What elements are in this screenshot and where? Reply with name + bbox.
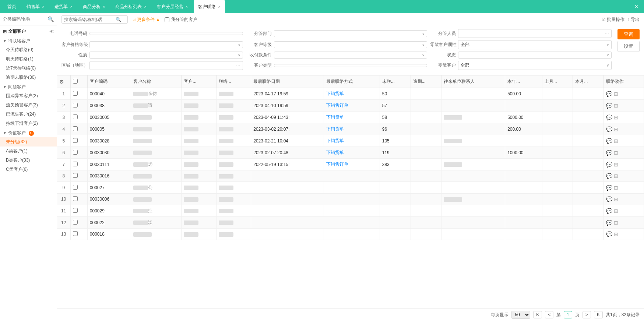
all-customers-label[interactable]: ⊞ 全部客户 ≪ <box>0 25 57 36</box>
grid-action-icon[interactable]: ⊞ <box>614 231 618 237</box>
sidebar-item-class-c[interactable]: C类客户(6) <box>0 165 57 174</box>
tab-analysis-list-close[interactable]: × <box>144 4 146 9</box>
tab-purchase[interactable]: 进货单 × <box>50 0 77 13</box>
retail-attr-input[interactable]: 全部 ∨ <box>458 40 612 49</box>
query-button[interactable]: 查询 <box>617 29 640 39</box>
nature-input[interactable]: ∨ <box>89 52 243 59</box>
grid-action-icon[interactable]: ⊞ <box>614 162 618 167</box>
sidebar-item-declining[interactable]: 持续下滑客户(2) <box>0 119 57 128</box>
sidebar-item-tomorrow[interactable]: 明天待联络(1) <box>0 54 57 64</box>
batch-operation-btn[interactable]: ☑ 批量操作 <box>602 17 624 23</box>
tab-purchase-close[interactable]: × <box>70 4 72 9</box>
chat-icon[interactable]: 💬 <box>606 126 612 132</box>
region-input[interactable]: ··· <box>89 61 243 70</box>
last-way-link[interactable]: 下销货单 <box>326 91 344 96</box>
grid-action-icon[interactable]: ⊞ <box>614 196 618 202</box>
page-size-select[interactable]: 50 100 200 <box>511 311 530 319</box>
sidebar-collapse-icon[interactable]: ≪ <box>49 29 54 34</box>
last-way-link[interactable]: 下销货单 <box>326 150 344 155</box>
grid-action-icon[interactable]: ⊞ <box>614 220 618 226</box>
tab-analysis-list[interactable]: 商品分析列表 × <box>111 0 151 13</box>
row-checkbox[interactable] <box>73 173 78 178</box>
chat-icon[interactable]: 💬 <box>606 103 612 109</box>
first-page-btn[interactable]: K <box>533 311 542 318</box>
sidebar-item-today[interactable]: 今天待联络(0) <box>0 45 57 54</box>
my-customers-checkbox[interactable] <box>165 17 169 22</box>
sidebar-item-abnormal[interactable]: 囤购异常客户(2) <box>0 91 57 100</box>
tab-sales-close[interactable]: × <box>42 4 44 9</box>
status-input[interactable]: ∨ <box>458 52 612 59</box>
customer-type-input[interactable] <box>274 64 427 67</box>
chat-icon[interactable]: 💬 <box>606 91 612 97</box>
grid-action-icon[interactable]: ⊞ <box>614 185 618 191</box>
sidebar-item-class-a[interactable]: A类客户(1) <box>0 147 57 156</box>
phone-input[interactable] <box>89 32 243 35</box>
sidebar-search-input[interactable] <box>3 17 47 22</box>
th-settings[interactable]: ⚙ <box>57 75 70 88</box>
main-search-input[interactable] <box>64 17 116 22</box>
settings-icon[interactable]: ⚙ <box>59 79 64 85</box>
last-way-link[interactable]: 下销货单 <box>326 126 344 131</box>
next-page-btn[interactable]: > <box>583 311 591 318</box>
row-checkbox[interactable] <box>73 208 78 213</box>
main-search-icon[interactable]: 🔍 <box>116 17 121 22</box>
reset-button[interactable]: 设置 <box>617 41 640 52</box>
chat-icon[interactable]: 💬 <box>606 162 612 167</box>
grid-action-icon[interactable]: ⊞ <box>614 126 618 132</box>
chat-icon[interactable]: 💬 <box>606 114 612 120</box>
last-way-link[interactable]: 下销售订单 <box>326 162 348 167</box>
row-checkbox[interactable] <box>73 231 78 236</box>
tab-customer-contact-close[interactable]: × <box>218 4 220 9</box>
grid-action-icon[interactable]: ⊞ <box>614 173 618 179</box>
tab-analysis[interactable]: 商品分析 × <box>78 0 109 13</box>
sidebar-item-ungroup[interactable]: 未分组(32) <box>0 137 57 147</box>
row-checkbox[interactable] <box>73 220 78 225</box>
chat-icon[interactable]: 💬 <box>606 196 612 202</box>
sidebar-item-overdue[interactable]: 逾期未联络(30) <box>0 73 57 82</box>
grid-action-icon[interactable]: ⊞ <box>614 91 618 97</box>
tab-customer-tier[interactable]: 客户分层经营 × <box>152 0 192 13</box>
select-all-checkbox[interactable] <box>73 79 78 84</box>
chat-icon[interactable]: 💬 <box>606 150 612 156</box>
payment-input[interactable]: ∨ <box>274 52 427 59</box>
grid-action-icon[interactable]: ⊞ <box>614 114 618 120</box>
row-checkbox[interactable] <box>73 150 78 155</box>
chat-icon[interactable]: 💬 <box>606 185 612 191</box>
prev-page-btn[interactable]: < <box>545 311 553 318</box>
sidebar-item-churn-warning[interactable]: 流失预警客户(3) <box>0 100 57 110</box>
more-conditions-btn[interactable]: ⊿ 更多条件 ▲ <box>132 17 160 23</box>
row-checkbox[interactable] <box>73 185 78 190</box>
chat-icon[interactable]: 💬 <box>606 138 612 144</box>
chat-icon[interactable]: 💬 <box>606 173 612 179</box>
row-checkbox[interactable] <box>73 91 78 96</box>
last-page-btn[interactable]: K <box>594 311 603 318</box>
row-checkbox[interactable] <box>73 126 78 131</box>
sidebar-search-icon[interactable]: 🔍 <box>47 16 54 22</box>
sidebar-group-problem[interactable]: ▼ 问题客户 <box>0 82 57 91</box>
chat-icon[interactable]: 💬 <box>606 208 612 214</box>
tab-customer-tier-close[interactable]: × <box>186 4 188 9</box>
grid-action-icon[interactable]: ⊞ <box>614 138 618 144</box>
tab-sales[interactable]: 销售单 × <box>22 0 49 13</box>
last-way-link[interactable]: 下销货单 <box>326 138 344 143</box>
grid-action-icon[interactable]: ⊞ <box>614 208 618 214</box>
tab-analysis-close[interactable]: × <box>103 4 105 9</box>
sidebar-group-value[interactable]: ▼ 价值客户 ↻ <box>0 128 57 137</box>
manager-input[interactable]: ··· <box>458 29 612 38</box>
price-level-input[interactable]: ∨ <box>89 41 243 48</box>
row-checkbox[interactable] <box>73 138 78 143</box>
row-checkbox[interactable] <box>73 162 78 166</box>
sidebar-item-churned[interactable]: 已流失客户(24) <box>0 110 57 119</box>
row-checkbox[interactable] <box>73 196 78 201</box>
sidebar-item-7days[interactable]: 近7天待联络(0) <box>0 64 57 73</box>
export-btn[interactable]: ↑ 导出 <box>627 17 640 23</box>
grid-action-icon[interactable]: ⊞ <box>614 150 618 156</box>
tab-customer-contact[interactable]: 客户联络 × <box>194 0 225 13</box>
last-way-link[interactable]: 下销售订单 <box>326 103 348 108</box>
col-resizer-code[interactable] <box>129 75 131 88</box>
tab-home[interactable]: 首页 <box>3 0 21 13</box>
retail-customer-input[interactable]: 全部 ∨ <box>458 61 612 70</box>
sidebar-item-class-b[interactable]: B类客户(33) <box>0 156 57 165</box>
grid-action-icon[interactable]: ⊞ <box>614 103 618 109</box>
col-resizer-name[interactable] <box>180 75 181 88</box>
